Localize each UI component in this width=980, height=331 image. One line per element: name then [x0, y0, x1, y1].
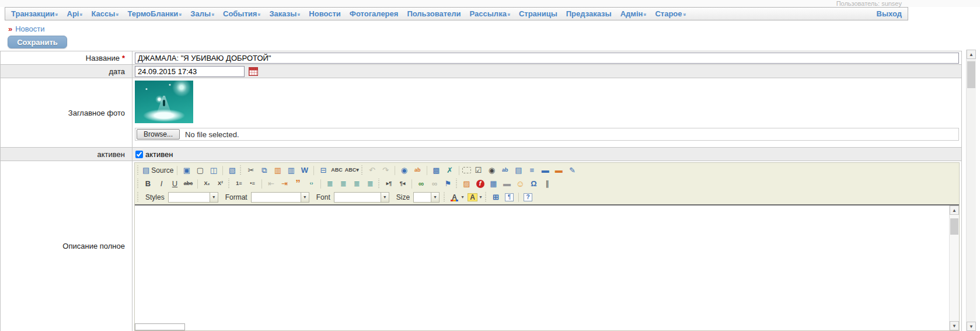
link-icon[interactable]: ∞ [415, 178, 427, 189]
bg-color-icon[interactable]: A [466, 191, 479, 203]
outdent-icon[interactable]: ⇤ [265, 178, 277, 189]
align-right-icon[interactable]: ≣ [351, 178, 363, 189]
italic-icon[interactable]: I [155, 178, 168, 189]
align-left-icon[interactable]: ≣ [324, 178, 336, 189]
special-char-icon[interactable]: Ω [528, 178, 540, 189]
numbered-list-icon[interactable]: 1≡ [233, 178, 245, 189]
redo-icon[interactable]: ↷ [379, 165, 392, 176]
combo-arrow-icon[interactable] [431, 193, 439, 202]
replace-icon[interactable]: ab [411, 165, 424, 176]
bulleted-list-icon[interactable]: •≡ [246, 178, 259, 189]
strike-icon[interactable]: abc [182, 178, 194, 189]
print-icon[interactable]: ⊟ [317, 165, 329, 176]
editor-scrollbar[interactable] [949, 205, 959, 330]
editor-scroll-thumb[interactable] [950, 218, 958, 235]
nav-item-zakazy[interactable]: Заказы» [269, 9, 300, 18]
nav-item-transactions[interactable]: Транзакции» [11, 9, 58, 18]
underline-icon[interactable]: U [169, 178, 181, 189]
button-field-icon[interactable]: ▬ [539, 165, 552, 176]
text-color-arrow-icon[interactable]: ▾ [460, 191, 465, 203]
align-center-icon[interactable]: ≣ [337, 178, 350, 189]
horizontal-rule-icon[interactable]: ▬ [501, 178, 513, 189]
copy-icon[interactable]: ⧉ [258, 165, 270, 176]
indent-icon[interactable]: ⇥ [278, 178, 291, 189]
select-all-icon[interactable]: ▩ [430, 165, 442, 176]
paste-icon[interactable]: ▥ [271, 165, 284, 176]
scayt-icon[interactable]: ABC▾ [344, 165, 360, 176]
undo-icon[interactable]: ↶ [366, 165, 378, 176]
textarea-field-icon[interactable]: ▤ [512, 165, 525, 176]
date-input[interactable] [135, 66, 245, 77]
combo-select[interactable] [334, 192, 389, 203]
combo-select[interactable] [168, 192, 218, 203]
find-icon[interactable]: ◉ [398, 165, 410, 176]
about-icon[interactable]: ? [522, 191, 534, 203]
bold-icon[interactable]: B [142, 178, 154, 189]
bg-color-arrow-icon[interactable]: ▾ [478, 191, 483, 203]
nav-item-staroe[interactable]: Старое» [655, 9, 685, 18]
anchor-icon[interactable]: ⚑ [442, 178, 454, 189]
nav-item-sobytiya[interactable]: События» [223, 9, 260, 18]
calendar-icon[interactable] [249, 67, 258, 76]
save-icon[interactable]: ▣ [180, 165, 193, 176]
nav-item-rassylka[interactable]: Рассылка» [470, 9, 510, 18]
bidi-rtl-icon[interactable]: ¶◂ [396, 178, 409, 189]
cut-icon[interactable]: ✂ [245, 165, 257, 176]
nav-item-fotogalereya[interactable]: Фотогалерея [350, 9, 399, 18]
paste-text-icon[interactable]: ▥ [285, 165, 297, 176]
smiley-icon[interactable]: ☺ [514, 178, 526, 189]
unlink-icon[interactable]: ∞ [428, 178, 441, 189]
editor-body[interactable] [135, 205, 949, 330]
templates-icon[interactable]: ▧ [226, 165, 238, 176]
hidden-field-icon[interactable]: ✎ [566, 165, 578, 176]
nav-item-polzovateli[interactable]: Пользователи [407, 9, 461, 18]
div-container-icon[interactable]: ‹› [305, 178, 318, 189]
nav-item-zaly[interactable]: Залы» [190, 9, 214, 18]
page-scrollbar[interactable] [966, 50, 976, 331]
combo-select[interactable] [251, 192, 309, 203]
radio-field-icon[interactable]: ◉ [486, 165, 498, 176]
preview-icon[interactable]: ◫ [207, 165, 219, 176]
align-justify-icon[interactable]: ≣ [364, 178, 376, 189]
active-checkbox[interactable] [135, 151, 143, 158]
remove-format-icon[interactable]: ✗ [444, 165, 456, 176]
page-scroll-up-icon[interactable] [967, 50, 976, 59]
superscript-icon[interactable]: X² [214, 178, 226, 189]
save-button[interactable]: Сохранить [8, 36, 67, 48]
source-button[interactable]: ▤Source [142, 165, 174, 176]
combo-select[interactable] [413, 192, 440, 203]
breadcrumb-link-news[interactable]: Новости [15, 25, 44, 33]
subscript-icon[interactable]: X₂ [201, 178, 213, 189]
combo-arrow-icon[interactable] [210, 193, 218, 202]
nav-item-novosti[interactable]: Новости [309, 9, 341, 18]
combo-arrow-icon[interactable] [301, 193, 309, 202]
maximize-icon[interactable]: ⊞ [490, 191, 502, 203]
bidi-ltr-icon[interactable]: ▸¶ [383, 178, 395, 189]
nav-item-admin[interactable]: Адмін» [620, 9, 647, 18]
nav-item-kassy[interactable]: Кассы» [91, 9, 118, 18]
combo-arrow-icon[interactable] [381, 193, 389, 202]
nav-item-stranitsy[interactable]: Страницы [519, 9, 557, 18]
title-input[interactable] [135, 53, 959, 64]
spellcheck-icon[interactable]: ABC [330, 165, 343, 176]
image-icon[interactable]: ▨ [461, 178, 473, 189]
text-color-icon[interactable]: A [448, 191, 461, 203]
nav-item-termoblanki[interactable]: ТермоБланки» [127, 9, 182, 18]
form-field-icon[interactable] [462, 167, 471, 173]
show-blocks-icon[interactable]: ¶ [503, 191, 515, 203]
select-field-icon[interactable]: ≡ [526, 165, 538, 176]
page-scroll-thumb[interactable] [967, 61, 975, 88]
new-page-icon[interactable]: ▢ [194, 165, 206, 176]
logout-link[interactable]: Выход [877, 9, 902, 18]
nav-item-predzakazy[interactable]: Предзаказы [566, 9, 612, 18]
checkbox-field-icon[interactable]: ☑ [472, 165, 484, 176]
nav-item-api[interactable]: Api» [67, 9, 83, 18]
editor-scroll-up-icon[interactable] [950, 205, 959, 215]
flash-icon[interactable]: f [474, 178, 486, 189]
page-break-icon[interactable]: ∥ [541, 178, 553, 189]
table-icon[interactable]: ▦ [487, 178, 500, 189]
browse-button[interactable]: Browse... [137, 129, 180, 140]
page-scroll-down-icon[interactable] [967, 322, 976, 331]
blockquote-icon[interactable]: ” [292, 178, 304, 189]
editor-scroll-down-icon[interactable] [950, 321, 959, 330]
